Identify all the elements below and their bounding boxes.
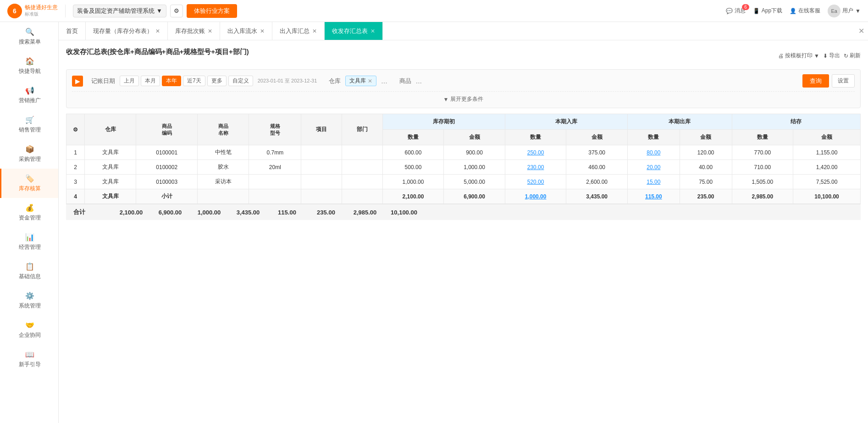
sidebar-label-quick-nav: 快捷导航 <box>19 67 41 75</box>
sidebar-item-quick-nav[interactable]: 🏠 快捷导航 <box>0 51 58 81</box>
subtotal-label: 小计 <box>136 189 198 204</box>
print-action[interactable]: 🖨 按模板打印 ▼ <box>778 52 819 60</box>
tab-inout-summary-close[interactable]: ✕ <box>312 28 317 34</box>
sidebar-item-enterprise[interactable]: 🤝 企业协同 <box>0 315 58 345</box>
sidebar-item-search[interactable]: 🔍 搜索菜单 <box>0 22 58 51</box>
total-out-qty: 115.00 <box>269 209 305 216</box>
row2-out-qty-link[interactable]: 20.00 <box>647 164 660 170</box>
total-opening-amt: 6,900.00 <box>149 209 191 216</box>
export-action[interactable]: ⬇ 导出 <box>823 52 840 60</box>
tab-collect-summary-close[interactable]: ✕ <box>370 28 375 34</box>
th-settings: ⚙ <box>66 114 85 145</box>
goods-ellipsis[interactable]: ... <box>416 77 422 85</box>
th-out-amt: 金额 <box>680 130 732 145</box>
phone-icon: 📱 <box>753 8 760 14</box>
date-btn-more[interactable]: 更多 <box>207 76 227 86</box>
sidebar-item-inventory[interactable]: 🏷️ 库存核算 <box>0 169 58 198</box>
system-selector[interactable]: 装备及固定资产辅助管理系统 ▼ <box>73 5 166 17</box>
sidebar-label-finance: 资金管理 <box>19 214 41 222</box>
date-btn-custom[interactable]: 自定义 <box>228 76 253 86</box>
sidebar-item-finance[interactable]: 💰 资金管理 <box>0 198 58 227</box>
app-download-item[interactable]: 📱 App下载 <box>753 7 782 15</box>
sidebar-item-marketing[interactable]: 📢 营销推广 <box>0 81 58 110</box>
user-item[interactable]: Ea 用户 ▼ <box>828 5 861 17</box>
sidebar-item-purchase[interactable]: 📦 采购管理 <box>0 139 58 169</box>
total-balance-qty: 2,985.00 <box>347 209 383 216</box>
sidebar-item-sales[interactable]: 🛒 销售管理 <box>0 110 58 139</box>
date-btn-7days[interactable]: 近7天 <box>183 76 205 86</box>
th-balance-amt: 金额 <box>793 130 861 145</box>
sidebar-item-operation[interactable]: 📊 经营管理 <box>0 227 58 257</box>
row3-out-qty-link[interactable]: 15.00 <box>647 179 660 185</box>
sidebar-item-guide[interactable]: 📖 新手引导 <box>0 345 58 374</box>
row3-in-qty-link[interactable]: 520.00 <box>527 179 544 185</box>
row1-out-amt: 120.00 <box>680 145 732 160</box>
row3-opening-qty: 1,000.00 <box>382 175 444 189</box>
collapse-button[interactable]: ▶ <box>72 76 83 87</box>
row2-in-qty-link[interactable]: 230.00 <box>527 164 544 170</box>
warehouse-ellipsis[interactable]: ... <box>381 77 387 85</box>
tab-more-icon[interactable]: ✕ <box>858 27 864 35</box>
tab-collect-summary[interactable]: 收发存汇总表 ✕ <box>325 22 383 40</box>
settings-icon[interactable]: ⚙ <box>170 5 183 17</box>
date-label: 记账日期 <box>91 77 115 85</box>
subtotal-out-qty[interactable]: 115.00 <box>627 189 680 204</box>
date-btn-this-year[interactable]: 本年 <box>162 76 181 86</box>
sidebar-label-search: 搜索菜单 <box>19 38 41 46</box>
book-icon: 📖 <box>25 350 34 359</box>
table-row: 3 文具库 0100003 采访本 1,000.00 5,000.00 520.… <box>66 175 861 189</box>
subtotal-out-qty-link[interactable]: 115.00 <box>645 193 662 200</box>
row1-in-qty[interactable]: 250.00 <box>505 145 566 160</box>
tab-home[interactable]: 首页 <box>59 22 86 40</box>
row2-out-qty[interactable]: 20.00 <box>627 160 680 175</box>
refresh-action[interactable]: ↻ 刷新 <box>844 52 861 60</box>
date-btn-last-month[interactable]: 上月 <box>120 76 139 86</box>
online-service-item[interactable]: 👤 在线客服 <box>790 7 820 15</box>
tab-inout-summary[interactable]: 出入库汇总 ✕ <box>272 22 325 40</box>
row3-code: 0100003 <box>136 175 198 189</box>
date-btn-this-month[interactable]: 本月 <box>141 76 160 86</box>
row1-name: 中性笔 <box>197 145 249 160</box>
sidebar-item-basic-info[interactable]: 📋 基础信息 <box>0 257 58 286</box>
total-label: 合计 <box>73 208 85 216</box>
row1-out-qty[interactable]: 80.00 <box>627 145 680 160</box>
tab-inout-flow[interactable]: 出入库流水 ✕ <box>220 22 272 40</box>
tab-inventory-dist-close[interactable]: ✕ <box>155 28 160 34</box>
tab-inventory-dist[interactable]: 现存量（库存分布表） ✕ <box>86 22 168 40</box>
main-layout: 🔍 搜索菜单 🏠 快捷导航 📢 营销推广 🛒 销售管理 📦 采购管理 🏷️ <box>0 22 868 423</box>
table-row: 1 文具库 0100001 中性笔 0.7mm 600.00 900.00 25… <box>66 145 861 160</box>
row3-out-qty[interactable]: 15.00 <box>627 175 680 189</box>
tab-inout-flow-close[interactable]: ✕ <box>260 28 265 34</box>
row2-spec: 20ml <box>249 160 301 175</box>
th-goods-spec: 规格型号 <box>249 114 301 145</box>
sidebar-label-sales: 销售管理 <box>19 126 41 134</box>
sidebar-item-system[interactable]: ⚙️ 系统管理 <box>0 286 58 315</box>
subtotal-in-qty[interactable]: 1,000.00 <box>505 189 566 204</box>
tab-batch-close[interactable]: ✕ <box>208 28 212 34</box>
settings-button[interactable]: 设置 <box>832 74 855 88</box>
row1-out-qty-link[interactable]: 80.00 <box>647 149 660 156</box>
th-opening-qty: 数量 <box>382 130 444 145</box>
query-button[interactable]: 查询 <box>802 74 829 88</box>
message-icon-item[interactable]: 💬 消息 6 <box>726 7 746 15</box>
warehouse-tag-close[interactable]: ✕ <box>368 78 372 84</box>
total-out-amt: 235.00 <box>305 209 347 216</box>
system-title: 装备及固定资产辅助管理系统 <box>77 7 155 15</box>
table-settings-icon[interactable]: ⚙ <box>73 126 78 133</box>
tag-icon: 🏷️ <box>25 174 34 183</box>
row1-balance-amt: 1,155.00 <box>793 145 861 160</box>
tab-batch[interactable]: 库存批次账 ✕ <box>168 22 220 40</box>
chevron-down-icon: ▼ <box>814 53 819 59</box>
row3-opening-amt: 5,000.00 <box>444 175 505 189</box>
row3-in-qty[interactable]: 520.00 <box>505 175 566 189</box>
row2-in-qty[interactable]: 230.00 <box>505 160 566 175</box>
row2-warehouse: 文具库 <box>85 160 136 175</box>
date-range-display: 2023-01-01 至 2023-12-31 <box>258 77 317 84</box>
th-project: 项目 <box>301 114 342 145</box>
row2-seq: 2 <box>66 160 85 175</box>
trial-button[interactable]: 体验行业方案 <box>187 4 237 18</box>
row1-in-qty-link[interactable]: 250.00 <box>527 149 544 156</box>
filter-expand-button[interactable]: ▼ 展开更多条件 <box>72 91 855 103</box>
subtotal-in-qty-link[interactable]: 1,000.00 <box>525 193 547 200</box>
row2-name: 胶水 <box>197 160 249 175</box>
